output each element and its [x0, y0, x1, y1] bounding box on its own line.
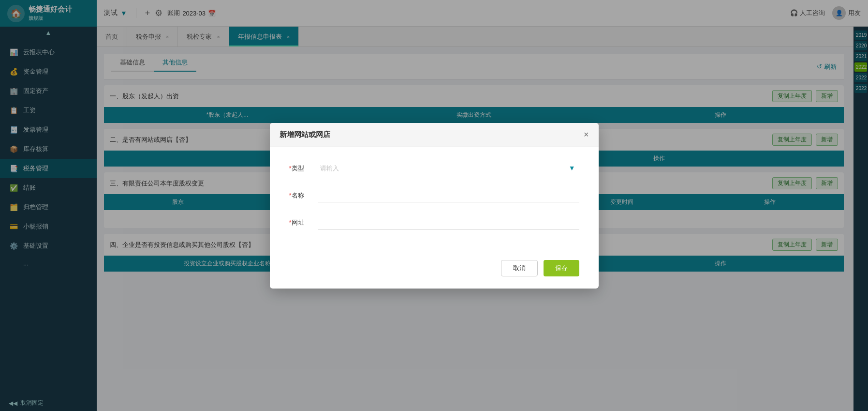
dialog-overlay[interactable]: 新增网站或网店 × *类型 ▼ *名称	[0, 0, 868, 411]
url-input[interactable]	[318, 216, 579, 229]
dialog-footer: 取消 保存	[270, 253, 599, 289]
cancel-button[interactable]: 取消	[501, 260, 538, 276]
form-label-name: *名称	[289, 191, 318, 200]
dialog-header: 新增网站或网店 ×	[270, 123, 599, 147]
dialog-title: 新增网站或网店	[280, 130, 330, 139]
form-row-url: *网址	[289, 216, 579, 229]
add-website-dialog: 新增网站或网店 × *类型 ▼ *名称	[270, 123, 599, 289]
form-label-url: *网址	[289, 218, 318, 227]
name-input[interactable]	[318, 189, 579, 202]
form-name-input-wrap	[318, 189, 579, 202]
form-url-input-wrap	[318, 216, 579, 229]
form-row-name: *名称	[289, 189, 579, 202]
required-asterisk-type: *	[289, 165, 292, 172]
form-label-type: *类型	[289, 164, 318, 173]
form-type-input-wrap: ▼	[318, 162, 579, 175]
required-asterisk-url: *	[289, 219, 292, 226]
dialog-body: *类型 ▼ *名称 *网址	[270, 147, 599, 253]
type-input[interactable]	[318, 162, 579, 175]
dialog-close-button[interactable]: ×	[584, 130, 589, 140]
save-button[interactable]: 保存	[544, 260, 579, 276]
form-row-type: *类型 ▼	[289, 162, 579, 175]
required-asterisk-name: *	[289, 192, 292, 199]
